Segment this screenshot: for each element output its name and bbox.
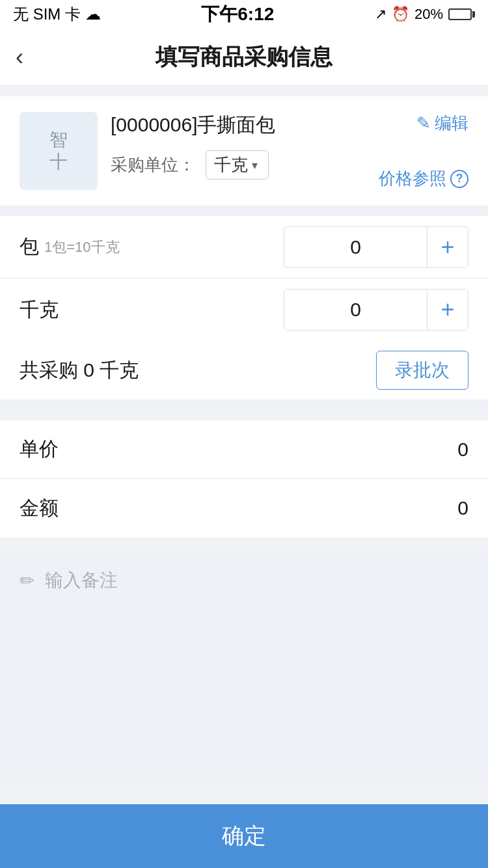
pencil-icon: ✏ — [20, 570, 34, 591]
back-button[interactable]: ‹ — [16, 44, 23, 71]
section-divider-1 — [0, 206, 488, 216]
price-ref-label: 价格参照 — [379, 167, 446, 190]
edit-icon: ✎ — [416, 113, 431, 133]
page-title: 填写商品采购信息 — [156, 42, 332, 72]
section-divider-2 — [0, 400, 488, 410]
edit-label: 编辑 — [435, 112, 468, 135]
info-icon: ? — [450, 170, 468, 188]
status-bar: 无 SIM 卡 ☁ 下午6:12 ↗ ⏰ 20% — [0, 0, 488, 29]
unit-value: 千克 — [214, 154, 248, 176]
notes-section[interactable]: ✏ 输入备注 — [0, 548, 488, 613]
product-image: 智 十 — [20, 112, 98, 190]
edit-button[interactable]: ✎ 编辑 — [416, 112, 468, 135]
amount-row: 金额 0 — [0, 479, 488, 537]
product-name: [0000006]手撕面包 — [111, 112, 468, 139]
kg-quantity-input[interactable] — [284, 289, 427, 331]
empty-space — [0, 613, 488, 782]
bag-sublabel: 1包=10千克 — [44, 237, 120, 257]
total-row: 共采购 0 千克 录批次 — [0, 341, 488, 400]
chevron-down-icon: ▾ — [252, 158, 258, 172]
nav-bar: ‹ 填写商品采购信息 — [0, 29, 488, 86]
kg-plus-button[interactable]: + — [427, 289, 468, 331]
batch-button[interactable]: 录批次 — [376, 351, 468, 390]
status-left: 无 SIM 卡 ☁ — [13, 4, 101, 25]
total-text: 共采购 0 千克 — [20, 357, 139, 384]
unit-dropdown[interactable]: 千克 ▾ — [206, 150, 269, 180]
battery-percent: 20% — [414, 6, 443, 23]
unit-price-label: 单价 — [20, 436, 59, 463]
location-icon: ↗ — [375, 6, 386, 23]
unit-price-row: 单价 0 — [0, 420, 488, 479]
notes-placeholder: 输入备注 — [45, 568, 118, 593]
bag-label: 包 — [20, 234, 39, 260]
product-logo: 智 十 — [49, 129, 68, 172]
price-ref-button[interactable]: 价格参照 ? — [379, 167, 468, 190]
amount-label: 金额 — [20, 495, 59, 522]
status-right: ↗ ⏰ 20% — [375, 6, 475, 23]
unit-label: 采购单位： — [111, 154, 195, 176]
unit-price-value: 0 — [457, 439, 468, 461]
amount-value: 0 — [457, 497, 468, 519]
kg-label: 千克 — [20, 297, 59, 323]
sim-text: 无 SIM 卡 ☁ — [13, 4, 101, 25]
confirm-button-label: 确定 — [222, 821, 266, 851]
kg-input-right: + — [284, 289, 468, 331]
status-time: 下午6:12 — [201, 2, 274, 27]
confirm-button[interactable]: 确定 — [0, 804, 488, 868]
bag-plus-button[interactable]: + — [427, 226, 468, 268]
kg-input-row: 千克 + — [0, 278, 488, 341]
bag-input-row: 包 1包=10千克 + — [0, 216, 488, 278]
info-section: 单价 0 金额 0 — [0, 420, 488, 537]
bag-input-right: + — [284, 226, 468, 268]
battery-icon — [448, 8, 475, 20]
alarm-icon: ⏰ — [392, 6, 409, 23]
bag-quantity-input[interactable] — [284, 226, 427, 268]
quantity-section: 包 1包=10千克 + 千克 + — [0, 216, 488, 341]
product-card: 智 十 [0000006]手撕面包 采购单位： 千克 ▾ ✎ 编辑 价格参照 ? — [0, 96, 488, 206]
